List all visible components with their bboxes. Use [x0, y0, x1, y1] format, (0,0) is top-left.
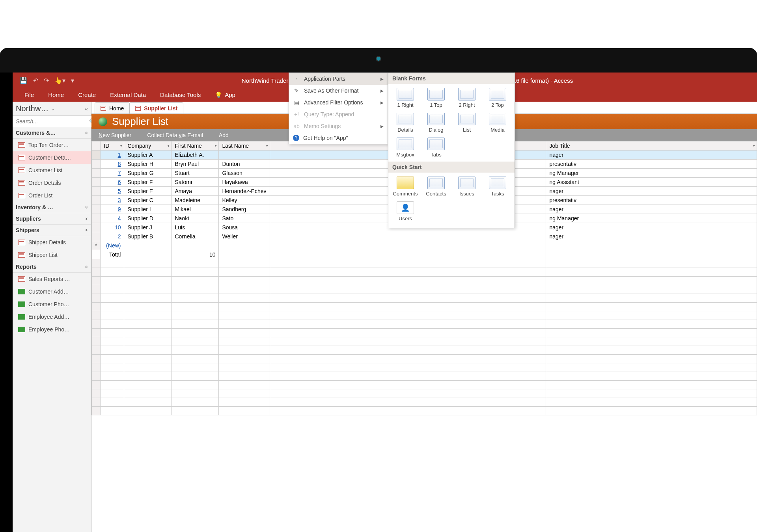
- cell-title[interactable]: nager: [546, 205, 757, 214]
- gallery-item[interactable]: 2 Right: [451, 86, 482, 111]
- dropdown-icon[interactable]: ▾: [753, 144, 755, 148]
- column-header[interactable]: Job Title▾: [546, 141, 757, 151]
- column-header[interactable]: ID▾: [101, 141, 124, 151]
- new-row[interactable]: (New): [92, 241, 757, 250]
- cell-id[interactable]: (New): [101, 241, 124, 250]
- navpane-header[interactable]: Northw… ⌄ «: [13, 102, 91, 116]
- cell-title[interactable]: presentativ: [546, 160, 757, 169]
- cell-title[interactable]: nager: [546, 187, 757, 196]
- row-selector[interactable]: [92, 205, 101, 214]
- cell-id[interactable]: 5: [101, 187, 124, 196]
- menu-item[interactable]: ?Get Help on "App": [289, 132, 388, 144]
- cell-company[interactable]: Supplier C: [124, 196, 172, 205]
- tell-me-search[interactable]: 💡 App: [208, 88, 242, 102]
- cell-last[interactable]: Hayakawa: [219, 178, 270, 187]
- cell-first[interactable]: Satomi: [172, 178, 219, 187]
- table-row[interactable]: 2 Supplier B Cornelia Weiler nager: [92, 232, 757, 241]
- row-selector[interactable]: [92, 232, 101, 241]
- cell-first[interactable]: Mikael: [172, 205, 219, 214]
- cell-id[interactable]: 3: [101, 196, 124, 205]
- gallery-item[interactable]: 1 Right: [390, 86, 421, 111]
- undo-icon[interactable]: ↶: [33, 77, 38, 84]
- dropdown-icon[interactable]: ▾: [266, 144, 268, 148]
- add-link[interactable]: Add: [219, 132, 229, 138]
- nav-item[interactable]: Top Ten Order…: [13, 139, 91, 151]
- cell-last[interactable]: [219, 151, 270, 160]
- cell-company[interactable]: Supplier F: [124, 178, 172, 187]
- cell-id[interactable]: 2: [101, 232, 124, 241]
- dropdown-icon[interactable]: ▾: [215, 144, 217, 148]
- doc-tab-supplier-list[interactable]: Supplier List: [129, 102, 183, 113]
- cell-last[interactable]: Sato: [219, 214, 270, 223]
- cell-title[interactable]: presentativ: [546, 196, 757, 205]
- row-selector[interactable]: [92, 169, 101, 178]
- nav-item[interactable]: Customer Deta…: [13, 151, 91, 164]
- gallery-item[interactable]: Details: [390, 111, 421, 136]
- gallery-item[interactable]: Tabs: [421, 136, 451, 161]
- customize-qat-icon[interactable]: ▾: [71, 77, 74, 84]
- row-selector[interactable]: [92, 178, 101, 187]
- cell-company[interactable]: Supplier H: [124, 160, 172, 169]
- tab-database-tools[interactable]: Database Tools: [153, 88, 208, 102]
- menu-item[interactable]: ▫Application Parts▶: [289, 73, 388, 85]
- cell-company[interactable]: Supplier D: [124, 214, 172, 223]
- tab-home[interactable]: Home: [41, 88, 71, 102]
- cell-company[interactable]: Supplier J: [124, 223, 172, 232]
- cell-first[interactable]: Cornelia: [172, 232, 219, 241]
- cell-company[interactable]: Supplier B: [124, 232, 172, 241]
- nav-item[interactable]: Order List: [13, 189, 91, 202]
- cell-last[interactable]: Dunton: [219, 160, 270, 169]
- cell-company[interactable]: Supplier A: [124, 151, 172, 160]
- nav-group-header[interactable]: Shippers«: [13, 225, 91, 236]
- row-selector[interactable]: [92, 187, 101, 196]
- gallery-item[interactable]: Comments: [390, 175, 421, 200]
- search-input[interactable]: [13, 116, 89, 127]
- cell-title[interactable]: ng Assistant: [546, 178, 757, 187]
- cell-company[interactable]: Supplier I: [124, 205, 172, 214]
- cell-id[interactable]: 8: [101, 160, 124, 169]
- row-selector[interactable]: [92, 196, 101, 205]
- cell-id[interactable]: 10: [101, 223, 124, 232]
- nav-item[interactable]: Employee Pho…: [13, 323, 91, 336]
- cell-last[interactable]: Glasson: [219, 169, 270, 178]
- nav-item[interactable]: Shipper Details: [13, 236, 91, 249]
- cell-title[interactable]: ng Manager: [546, 169, 757, 178]
- column-header[interactable]: First Name▾: [172, 141, 219, 151]
- gallery-item[interactable]: 2 Top: [482, 86, 513, 111]
- nav-item[interactable]: Employee Add…: [13, 311, 91, 323]
- touch-mode-icon[interactable]: 👆▾: [54, 77, 65, 84]
- gallery-item[interactable]: Issues: [451, 175, 482, 200]
- column-header[interactable]: Last Name▾: [219, 141, 270, 151]
- save-icon[interactable]: 💾: [20, 77, 28, 84]
- cell-title[interactable]: nager: [546, 232, 757, 241]
- doc-tab-home[interactable]: Home: [95, 102, 130, 113]
- menu-item[interactable]: ✎Save As Other Format▶: [289, 85, 388, 97]
- gallery-item[interactable]: Users: [390, 200, 421, 225]
- cell-last[interactable]: Kelley: [219, 196, 270, 205]
- cell-first[interactable]: Bryn Paul: [172, 160, 219, 169]
- nav-group-header[interactable]: Suppliers»: [13, 213, 91, 225]
- nav-group-header[interactable]: Inventory & …»: [13, 202, 91, 213]
- gallery-item[interactable]: Media: [482, 111, 513, 136]
- tab-file[interactable]: File: [17, 88, 41, 102]
- nav-item[interactable]: Order Details: [13, 177, 91, 189]
- cell-title[interactable]: ng Manager: [546, 214, 757, 223]
- cell-last[interactable]: Sandberg: [219, 205, 270, 214]
- collapse-icon[interactable]: «: [85, 106, 88, 112]
- row-selector[interactable]: [92, 151, 101, 160]
- gallery-item[interactable]: Tasks: [482, 175, 513, 200]
- row-selector[interactable]: [92, 241, 101, 250]
- nav-item[interactable]: Sales Reports …: [13, 273, 91, 285]
- gallery-item[interactable]: Msgbox: [390, 136, 421, 161]
- collect-data-link[interactable]: Collect Data via E-mail: [147, 132, 203, 138]
- gallery-item[interactable]: 1 Top: [421, 86, 451, 111]
- tab-create[interactable]: Create: [71, 88, 103, 102]
- nav-item[interactable]: Customer Pho…: [13, 298, 91, 311]
- cell-first[interactable]: Amaya: [172, 187, 219, 196]
- dropdown-icon[interactable]: ▾: [168, 144, 170, 148]
- row-selector[interactable]: [92, 160, 101, 169]
- row-selector[interactable]: [92, 214, 101, 223]
- tab-external-data[interactable]: External Data: [103, 88, 153, 102]
- nav-group-header[interactable]: Reports«: [13, 261, 91, 273]
- select-all-cell[interactable]: [92, 141, 101, 151]
